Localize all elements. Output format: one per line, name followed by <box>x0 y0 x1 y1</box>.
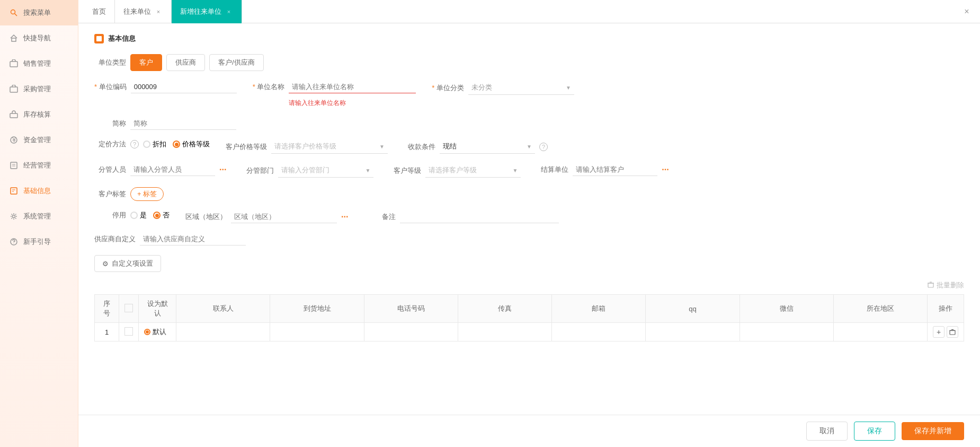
unit-name-input[interactable] <box>289 81 416 93</box>
manager-more-btn[interactable]: ··· <box>219 165 226 174</box>
radio-discount[interactable]: 折扣 <box>143 139 166 149</box>
wechat-input[interactable] <box>745 328 828 336</box>
batch-icon <box>927 281 934 290</box>
sidebar-item-search[interactable]: 搜索菜单 <box>0 0 78 25</box>
sidebar-item-inventory[interactable]: 库存核算 <box>0 102 78 127</box>
chevron-down-icon2: ▼ <box>379 144 385 150</box>
svg-text:¥: ¥ <box>12 136 16 144</box>
dept-label: 分管部门 <box>242 166 274 176</box>
sidebar-item-basics[interactable]: 基础信息 <box>0 178 78 204</box>
tags-group: 客户标签 + 标签 <box>94 187 164 201</box>
manager-input[interactable] <box>130 163 215 176</box>
settlement-input[interactable] <box>573 163 657 176</box>
unit-category-value: 未分类 <box>471 83 564 92</box>
save-new-button[interactable]: 保存并新增 <box>902 422 964 440</box>
unit-type-row: 单位类型 客户 供应商 客户/供应商 <box>94 54 964 71</box>
add-row-button[interactable]: + <box>933 326 945 338</box>
cell-fax <box>458 323 551 341</box>
sidebar-label-sales: 销售管理 <box>23 59 51 68</box>
row-default-label: 默认 <box>153 327 166 337</box>
pricing-row: 定价方法 ? 折扣 价格等级 客户价格等级 <box>94 139 964 154</box>
tab-new-counterpart[interactable]: 新增往来单位 × <box>172 0 242 23</box>
row-checkbox[interactable] <box>124 327 133 336</box>
pricing-help-icon[interactable]: ? <box>130 140 139 148</box>
tab-counterpart[interactable]: 往来单位 × <box>115 0 172 23</box>
sidebar-item-operations[interactable]: 经营管理 <box>0 153 78 178</box>
row-region-input[interactable] <box>839 328 922 336</box>
custom-settings-button[interactable]: ⚙ 自定义项设置 <box>94 255 161 272</box>
custom-settings-label: 自定义项设置 <box>112 259 153 268</box>
delete-row-button[interactable] <box>947 326 958 338</box>
form-content: 基本信息 单位类型 客户 供应商 客户/供应商 单位编码 单位名称 <box>78 23 980 415</box>
shortname-input[interactable] <box>130 117 236 130</box>
payment-help-icon[interactable]: ? <box>539 143 548 151</box>
sidebar-item-finance[interactable]: ¥ 资金管理 <box>0 127 78 153</box>
tab-new-counterpart-close[interactable]: × <box>225 7 233 16</box>
window-close-button[interactable]: × <box>959 4 975 20</box>
unit-code-input[interactable] <box>131 81 237 93</box>
tab-home[interactable]: 首页 <box>84 0 115 23</box>
region-more-btn[interactable]: ··· <box>341 212 348 222</box>
remark-label: 备注 <box>364 212 396 222</box>
sidebar-item-quicknav[interactable]: 快捷导航 <box>0 25 78 51</box>
contact-input[interactable] <box>182 328 264 336</box>
col-address: 到货地址 <box>270 295 364 323</box>
payment-terms-select[interactable]: 现结 ▼ <box>440 139 535 154</box>
cell-qq <box>646 323 740 341</box>
customer-price-select[interactable]: 请选择客户价格等级 ▼ <box>271 139 388 154</box>
batch-delete-label[interactable]: 批量删除 <box>937 281 964 290</box>
sidebar-item-sales[interactable]: 销售管理 <box>0 51 78 76</box>
main-area: 首页 往来单位 × 新增往来单位 × × 基本信息 单位类型 客户 供应商 客户… <box>78 0 980 447</box>
sidebar-label-guide: 新手引导 <box>23 237 51 247</box>
email-input[interactable] <box>557 328 640 336</box>
unit-category-label: 单位分类 <box>432 83 464 93</box>
dept-select[interactable]: 请输入分管部门 ▼ <box>278 163 373 178</box>
unit-category-select[interactable]: 未分类 ▼ <box>468 81 574 95</box>
settlement-label: 结算单位 <box>537 165 568 174</box>
tags-row: 客户标签 + 标签 <box>94 187 964 201</box>
radio-price-level-label: 价格等级 <box>182 139 210 149</box>
radio-yes[interactable]: 是 <box>130 211 147 220</box>
search-icon <box>8 7 19 18</box>
btn-customer[interactable]: 客户 <box>130 54 162 71</box>
save-button[interactable]: 保存 <box>854 422 895 441</box>
tab-counterpart-close[interactable]: × <box>154 7 163 16</box>
payment-terms-group: 收款条件 现结 ▼ ? <box>404 139 548 154</box>
add-tag-button[interactable]: + 标签 <box>130 187 164 201</box>
sidebar-item-system[interactable]: 系统管理 <box>0 204 78 229</box>
disabled-group: 停用 是 否 <box>94 211 170 220</box>
phone-input[interactable] <box>370 328 452 336</box>
header-checkbox[interactable] <box>124 304 133 312</box>
region-input[interactable] <box>231 211 337 223</box>
btn-supplier[interactable]: 供应商 <box>166 54 205 71</box>
section-icon <box>94 34 104 43</box>
supplier-custom-input[interactable] <box>140 233 246 246</box>
tags-label: 客户标签 <box>94 189 126 199</box>
radio-no[interactable]: 否 <box>153 211 170 220</box>
unit-type-group: 单位类型 客户 供应商 客户/供应商 <box>94 54 264 71</box>
col-fax: 传真 <box>458 295 551 323</box>
svg-rect-8 <box>11 162 17 169</box>
qq-input[interactable] <box>651 328 734 336</box>
dept-placeholder: 请输入分管部门 <box>281 165 363 175</box>
svg-rect-18 <box>928 283 933 287</box>
cancel-button[interactable]: 取消 <box>806 422 848 441</box>
tab-counterpart-label: 往来单位 <box>123 7 151 16</box>
col-email: 邮箱 <box>552 295 646 323</box>
unit-name-error: 请输入往来单位名称 <box>289 99 346 108</box>
sidebar-label-basics: 基础信息 <box>23 186 51 196</box>
manager-group: 分管人员 ··· <box>94 163 226 176</box>
radio-no-label: 否 <box>163 211 170 220</box>
guide-icon <box>8 236 19 247</box>
fax-input[interactable] <box>464 328 546 336</box>
address-input[interactable] <box>275 328 358 336</box>
radio-price-level[interactable]: 价格等级 <box>173 139 210 149</box>
sidebar-item-guide[interactable]: 新手引导 <box>0 229 78 255</box>
remark-input[interactable] <box>400 211 559 223</box>
cell-email <box>552 323 646 341</box>
sidebar-item-purchase[interactable]: 采购管理 <box>0 76 78 102</box>
settlement-more-btn[interactable]: ··· <box>662 165 669 174</box>
btn-both[interactable]: 客户/供应商 <box>209 54 264 71</box>
row-default-radio[interactable] <box>144 329 150 335</box>
customer-level-select[interactable]: 请选择客户等级 ▼ <box>425 163 521 178</box>
